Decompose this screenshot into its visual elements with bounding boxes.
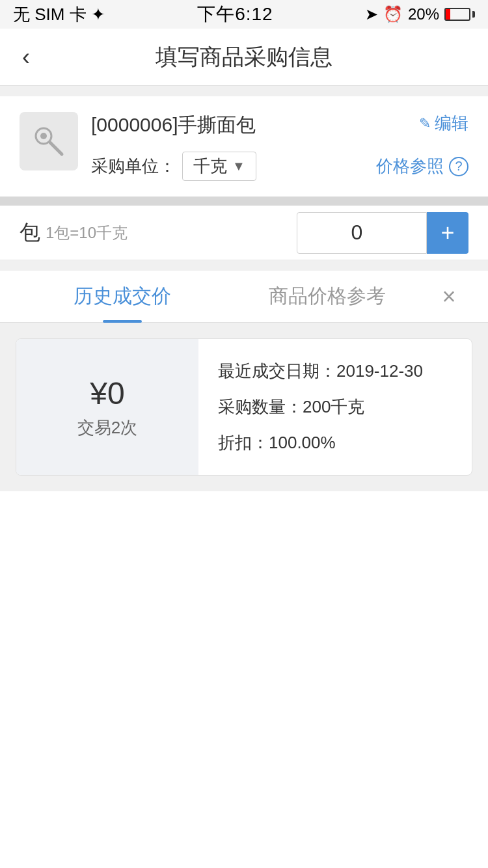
recent-date-label: 最近成交日期： — [218, 361, 336, 381]
history-recent-date: 最近成交日期：2019-12-30 — [218, 359, 452, 384]
section-divider — [0, 197, 488, 206]
svg-line-2 — [50, 142, 62, 154]
history-price-section: ¥0 交易2次 — [16, 339, 198, 475]
unit-sub: 1包=10千克 — [46, 223, 128, 243]
unit-char: 包 — [20, 219, 40, 247]
price-ref-button[interactable]: 价格参照 ? — [376, 155, 468, 178]
status-time: 下午6:12 — [197, 2, 273, 27]
battery-percent: 20% — [408, 5, 439, 23]
history-discount: 折扣：100.00% — [218, 430, 452, 455]
product-thumbnail — [20, 112, 78, 170]
unit-select[interactable]: 千克 ▼ — [182, 152, 256, 181]
nav-bar: ‹ 填写商品采购信息 — [0, 29, 488, 86]
edit-icon: ✎ — [419, 115, 431, 132]
back-button[interactable]: ‹ — [0, 29, 52, 86]
tab-history-price[interactable]: 历史成交价 — [20, 271, 224, 323]
history-count: 交易2次 — [77, 416, 137, 439]
edit-label: 编辑 — [435, 112, 468, 135]
status-right: ➤ ⏰ 20% — [365, 5, 475, 23]
alarm-icon: ⏰ — [383, 5, 403, 23]
quantity-input[interactable] — [297, 212, 427, 254]
discount-value: 100.00% — [269, 433, 336, 452]
quantity-label: 包 1包=10千克 — [20, 219, 128, 247]
product-card: [0000006]手撕面包 ✎ 编辑 采购单位： 千克 ▼ 价格参照 ? — [0, 96, 488, 197]
tab-bar: 历史成交价 商品价格参考 × — [0, 271, 488, 323]
qty-value: 200千克 — [303, 397, 364, 416]
status-bar: 无 SIM 卡 ✦ 下午6:12 ➤ ⏰ 20% — [0, 0, 488, 29]
edit-button[interactable]: ✎ 编辑 — [419, 112, 468, 135]
qty-label: 采购数量： — [218, 397, 303, 416]
location-icon: ➤ — [365, 5, 378, 23]
history-qty: 采购数量：200千克 — [218, 394, 452, 420]
tab-history-label: 历史成交价 — [74, 283, 171, 310]
quantity-input-wrap: + — [297, 212, 468, 254]
tab-product-price-ref[interactable]: 商品价格参考 — [224, 271, 429, 323]
sim-status: 无 SIM 卡 ✦ — [13, 3, 105, 26]
product-meta: 采购单位： 千克 ▼ 价格参照 ? — [91, 152, 468, 181]
product-name: [0000006]手撕面包 — [91, 112, 256, 139]
recent-date-value: 2019-12-30 — [336, 361, 423, 381]
product-header: [0000006]手撕面包 ✎ 编辑 — [91, 112, 468, 139]
page-title: 填写商品采购信息 — [156, 42, 332, 72]
svg-point-1 — [40, 133, 47, 139]
price-ref-label: 价格参照 — [376, 155, 444, 178]
status-left: 无 SIM 卡 ✦ — [13, 3, 105, 26]
quantity-plus-button[interactable]: + — [427, 212, 468, 254]
quantity-row: 包 1包=10千克 + — [0, 206, 488, 260]
tab-close-button[interactable]: × — [429, 277, 468, 316]
footer-space — [0, 491, 488, 868]
history-card: ¥0 交易2次 最近成交日期：2019-12-30 采购数量：200千克 折扣：… — [16, 338, 472, 476]
history-detail-section: 最近成交日期：2019-12-30 采购数量：200千克 折扣：100.00% — [198, 339, 472, 475]
info-icon: ? — [449, 157, 468, 176]
battery-indicator — [444, 8, 475, 21]
tab-product-label: 商品价格参考 — [269, 283, 386, 310]
product-info: [0000006]手撕面包 ✎ 编辑 采购单位： 千克 ▼ 价格参照 ? — [91, 112, 468, 181]
discount-label: 折扣： — [218, 433, 269, 452]
unit-label: 采购单位： — [91, 155, 176, 178]
history-price-value: ¥0 — [90, 375, 124, 411]
dropdown-icon: ▼ — [232, 159, 245, 174]
unit-value: 千克 — [193, 155, 227, 178]
